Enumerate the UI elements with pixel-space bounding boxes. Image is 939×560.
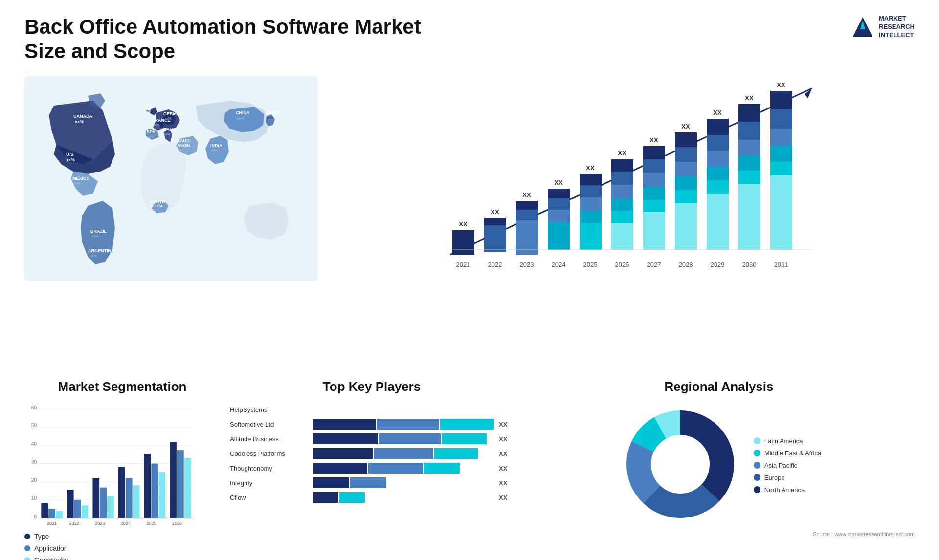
svg-rect-51	[100, 488, 107, 518]
legend-northamerica: North America	[754, 486, 821, 494]
svg-rect-59	[151, 464, 158, 518]
player-row-helpsystems: HelpSystems	[230, 404, 514, 415]
svg-text:2021: 2021	[47, 521, 57, 526]
softomotive-name: Softomotive Ltd	[230, 421, 308, 428]
asiapac-dot	[754, 462, 760, 469]
southafrica-value: xx%	[152, 209, 157, 212]
softomotive-seg2	[377, 419, 439, 430]
svg-text:60: 60	[31, 405, 37, 410]
svg-text:XX: XX	[649, 136, 658, 144]
svg-text:2024: 2024	[121, 521, 131, 526]
cflow-seg3	[339, 492, 365, 503]
china-value: xx%	[237, 116, 244, 121]
player-row-altitude: Altitude Business XX	[230, 433, 514, 444]
cflow-val: XX	[499, 494, 514, 501]
player-row-thoughtonomy: Thoughtonomy XX	[230, 463, 514, 474]
legend-mea: Middle East & Africa	[754, 450, 821, 457]
segmentation-section: Market Segmentation 0 10 20 30 40 50 60	[24, 379, 220, 545]
codeless-seg1	[313, 448, 373, 459]
thoughtonomy-seg2	[368, 463, 423, 474]
svg-text:XX: XX	[681, 123, 690, 130]
svg-text:10: 10	[31, 495, 37, 501]
seg-legend-geography: Geography	[24, 556, 220, 560]
thoughtonomy-seg1	[313, 463, 367, 474]
india-value: xx%	[211, 149, 218, 152]
seg-chart-container: 0 10 20 30 40 50 60	[24, 402, 220, 529]
players-list: HelpSystems Softomotive Ltd XX Al	[230, 402, 514, 503]
world-map-svg: CANADA xx% U.S. xx% MEXICO xx% BRAZIL xx…	[24, 74, 318, 284]
donut-chart	[617, 401, 744, 530]
mea-dot	[754, 450, 760, 456]
svg-text:XX: XX	[491, 208, 499, 215]
svg-rect-43	[48, 509, 55, 518]
logo-area: MARKET RESEARCH INTELLECT	[850, 15, 915, 40]
codeless-bar	[313, 448, 494, 459]
altitude-val: XX	[499, 435, 514, 443]
asiapac-label: Asia Pacific	[764, 462, 797, 469]
japan-label: JAPAN	[266, 110, 280, 115]
seg-legend-type: Type	[24, 533, 220, 540]
svg-text:2026: 2026	[615, 261, 629, 268]
legend-asiapac: Asia Pacific	[754, 462, 821, 469]
latam-label: Latin America	[764, 437, 803, 445]
china-label: CHINA	[236, 110, 250, 115]
southafrica-label: SOUTH	[150, 199, 165, 204]
svg-text:2025: 2025	[583, 261, 598, 268]
regional-legend: Latin America Middle East & Africa Asia …	[754, 437, 821, 494]
svg-rect-50	[92, 478, 99, 518]
players-title: Top Key Players	[230, 379, 514, 394]
germany-label: GERMANY	[163, 111, 186, 116]
italy-value: xx%	[164, 132, 170, 136]
svg-text:2023: 2023	[95, 521, 105, 526]
cflow-bar	[313, 492, 494, 503]
bar-2029-seg6	[707, 194, 729, 250]
uk-value: xx%	[146, 109, 153, 113]
source-text: Source : www.marketresearchintellect.com	[523, 531, 915, 537]
donut-svg	[617, 401, 744, 528]
svg-rect-46	[67, 490, 74, 518]
thoughtonomy-val: XX	[499, 465, 514, 472]
svg-text:20: 20	[31, 477, 37, 483]
page-title: Back Office Automation Software Market S…	[24, 15, 465, 64]
svg-rect-54	[118, 467, 125, 518]
svg-rect-62	[170, 442, 177, 518]
seg-legend: Type Application Geography	[24, 533, 220, 560]
svg-rect-52	[107, 496, 114, 518]
legend-latam: Latin America	[754, 437, 821, 445]
thoughtonomy-bar	[313, 463, 494, 474]
type-dot	[24, 534, 30, 539]
svg-rect-60	[158, 472, 165, 518]
svg-rect-63	[177, 450, 184, 518]
svg-rect-64	[184, 458, 191, 518]
svg-rect-48	[82, 505, 89, 518]
bar-2024-seg4	[548, 222, 570, 250]
bar-2031-seg6	[770, 175, 792, 250]
svg-rect-44	[56, 511, 63, 518]
svg-text:XX: XX	[713, 109, 722, 116]
germany-value: xx%	[165, 117, 171, 120]
altitude-seg1	[313, 433, 378, 444]
codeless-val: XX	[499, 450, 514, 457]
svg-text:2028: 2028	[679, 261, 693, 268]
svg-text:2027: 2027	[647, 261, 661, 268]
france-value: xx%	[153, 123, 159, 127]
integrify-seg2	[350, 477, 386, 488]
player-row-integrify: Integrify XX	[230, 477, 514, 488]
cflow-seg1	[313, 492, 338, 503]
northamerica-label: North America	[764, 486, 805, 494]
svg-text:50: 50	[31, 423, 37, 428]
svg-text:XX: XX	[777, 81, 785, 88]
softomotive-seg3	[440, 419, 494, 430]
codeless-seg3	[434, 448, 478, 459]
codeless-name: Codeless Platforms	[230, 450, 308, 457]
helpsystems-bar	[313, 404, 494, 415]
svg-text:2031: 2031	[774, 261, 788, 268]
svg-text:2026: 2026	[172, 521, 182, 526]
softomotive-bar	[313, 419, 494, 430]
bar-2028-seg6	[675, 203, 697, 250]
svg-rect-42	[41, 503, 48, 518]
svg-text:XX: XX	[459, 220, 468, 228]
us-value: xx%	[66, 157, 75, 162]
svg-text:2022: 2022	[69, 521, 79, 526]
bar-2025-seg5	[580, 223, 602, 250]
